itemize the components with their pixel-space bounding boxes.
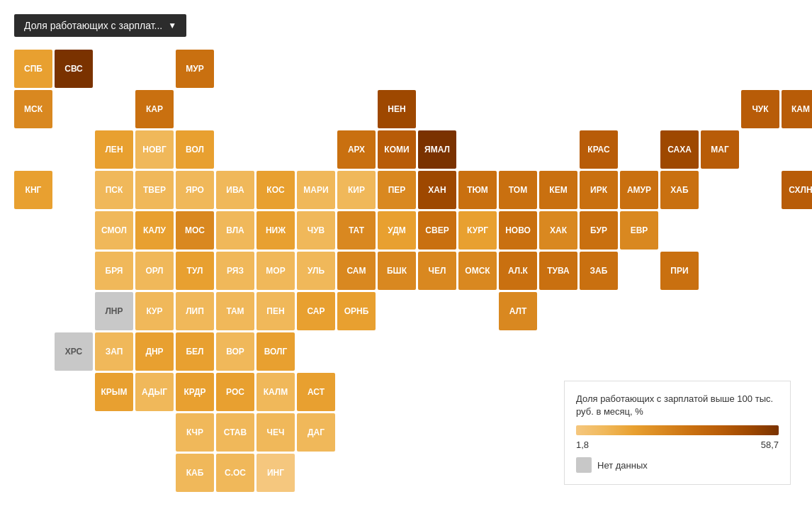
map-cell[interactable]: КИР [337, 171, 376, 209]
map-cell[interactable]: КЧР [176, 413, 214, 452]
map-cell [782, 211, 812, 250]
map-cell[interactable]: ЕВР [620, 211, 658, 250]
map-cell[interactable]: ОРНБ [337, 292, 376, 330]
map-cell[interactable]: МСК [14, 90, 52, 128]
map-cell[interactable]: ВЛА [216, 211, 254, 250]
map-cell[interactable]: КУР [135, 292, 174, 330]
map-cell[interactable]: ИРК [580, 171, 618, 209]
map-cell[interactable]: АМУР [620, 171, 658, 209]
map-cell[interactable]: МАРИ [297, 171, 335, 209]
map-cell[interactable]: КЕМ [539, 171, 577, 209]
map-cell[interactable]: ЛИП [176, 292, 214, 330]
map-cell[interactable]: КАБ [176, 454, 214, 492]
map-cell[interactable]: СХЛН [782, 171, 812, 209]
map-cell [297, 454, 335, 492]
dropdown-button[interactable]: Доля работающих с зарплат... ▼ [14, 14, 186, 37]
map-cell[interactable]: ЯМАЛ [418, 130, 456, 169]
map-cell[interactable]: БРЯ [95, 252, 133, 290]
map-cell[interactable]: ЛНР [95, 292, 133, 330]
map-cell[interactable]: ВОР [216, 332, 254, 371]
map-cell[interactable]: ИВА [216, 171, 254, 209]
map-cell [14, 413, 52, 452]
map-cell[interactable]: ИНГ [256, 454, 295, 492]
map-cell[interactable]: СВС [55, 50, 93, 88]
map-cell[interactable]: КОМИ [378, 130, 416, 169]
map-cell[interactable]: ХАН [418, 171, 456, 209]
map-cell[interactable]: ЧЕЧ [256, 413, 295, 452]
map-cell[interactable]: ВОЛ [176, 130, 214, 169]
map-cell[interactable]: С.ОС [216, 454, 254, 492]
map-cell[interactable]: ПРИ [660, 252, 699, 290]
map-cell[interactable]: НОВГ [135, 130, 174, 169]
map-cell[interactable]: ТВЕР [135, 171, 174, 209]
map-cell[interactable]: КУРГ [458, 211, 497, 250]
map-cell[interactable]: САР [297, 292, 335, 330]
map-cell [337, 90, 376, 128]
map-cell[interactable]: НОВО [499, 211, 537, 250]
map-cell[interactable]: ЗАП [95, 332, 133, 371]
map-cell[interactable]: САМ [337, 252, 376, 290]
map-cell[interactable]: УЛЬ [297, 252, 335, 290]
map-cell[interactable]: СТАВ [216, 413, 254, 452]
map-cell[interactable]: МОС [176, 211, 214, 250]
map-cell[interactable]: БУР [580, 211, 618, 250]
map-cell[interactable]: ТУВА [539, 252, 577, 290]
map-cell[interactable]: НЕН [378, 90, 416, 128]
map-cell[interactable]: ОМСК [458, 252, 497, 290]
map-cell[interactable]: ЧЕЛ [418, 252, 456, 290]
map-cell[interactable]: КАЛМ [256, 373, 295, 411]
map-cell[interactable]: КАМ [782, 90, 812, 128]
map-cell[interactable]: ПЕР [378, 171, 416, 209]
map-cell[interactable]: БЕЛ [176, 332, 214, 371]
map-cell[interactable]: РЯЗ [216, 252, 254, 290]
map-cell[interactable]: ДНР [135, 332, 174, 371]
map-cell [378, 413, 416, 452]
map-cell[interactable]: ТУЛ [176, 252, 214, 290]
map-cell[interactable]: ЯРО [176, 171, 214, 209]
map-cell[interactable]: СПБ [14, 50, 52, 88]
map-cell[interactable]: БШК [378, 252, 416, 290]
map-cell[interactable]: КОС [256, 171, 295, 209]
map-cell[interactable]: ЧУВ [297, 211, 335, 250]
map-cell[interactable]: МАГ [701, 130, 739, 169]
map-cell[interactable]: КАЛУ [135, 211, 174, 250]
map-cell[interactable]: КАР [135, 90, 174, 128]
map-cell[interactable]: ПСК [95, 171, 133, 209]
map-cell[interactable]: ПЕН [256, 292, 295, 330]
map-cell[interactable]: УДМ [378, 211, 416, 250]
map-cell[interactable]: ВОЛГ [256, 332, 295, 371]
map-cell[interactable]: КРДР [176, 373, 214, 411]
map-cell[interactable]: ТЮМ [458, 171, 497, 209]
map-cell[interactable]: ХАБ [660, 171, 699, 209]
map-cell[interactable]: НИЖ [256, 211, 295, 250]
map-cell[interactable]: АРХ [337, 130, 376, 169]
map-cell[interactable]: ХРС [55, 332, 93, 371]
map-cell[interactable]: КРАС [580, 130, 618, 169]
map-cell[interactable]: СМОЛ [95, 211, 133, 250]
legend-min: 1,8 [576, 439, 589, 450]
map-cell [660, 90, 699, 128]
map-cell[interactable]: ЗАБ [580, 252, 618, 290]
map-cell[interactable]: АЛТ [499, 292, 537, 330]
map-cell[interactable]: РОС [216, 373, 254, 411]
map-cell[interactable]: САХА [660, 130, 699, 169]
map-cell[interactable]: АСТ [297, 373, 335, 411]
map-cell[interactable]: ДАГ [297, 413, 335, 452]
map-cell[interactable]: ХАК [539, 211, 577, 250]
map-cell[interactable]: АЛ.К [499, 252, 537, 290]
map-cell[interactable]: СВЕР [418, 211, 456, 250]
map-cell[interactable]: ТАМ [216, 292, 254, 330]
map-cell [539, 292, 577, 330]
legend-box: Доля работающих с зарплатой выше 100 тыс… [564, 381, 791, 485]
map-cell[interactable]: МУР [176, 50, 214, 88]
map-cell[interactable]: ТОМ [499, 171, 537, 209]
map-cell[interactable]: ЛЕН [95, 130, 133, 169]
map-cell[interactable]: КРЫМ [95, 373, 133, 411]
map-cell[interactable]: КНГ [14, 171, 52, 209]
map-cell [55, 373, 93, 411]
map-cell[interactable]: АДЫГ [135, 373, 174, 411]
map-cell[interactable]: ОРЛ [135, 252, 174, 290]
map-cell[interactable]: МОР [256, 252, 295, 290]
map-cell[interactable]: ТАТ [337, 211, 376, 250]
map-cell[interactable]: ЧУК [741, 90, 779, 128]
